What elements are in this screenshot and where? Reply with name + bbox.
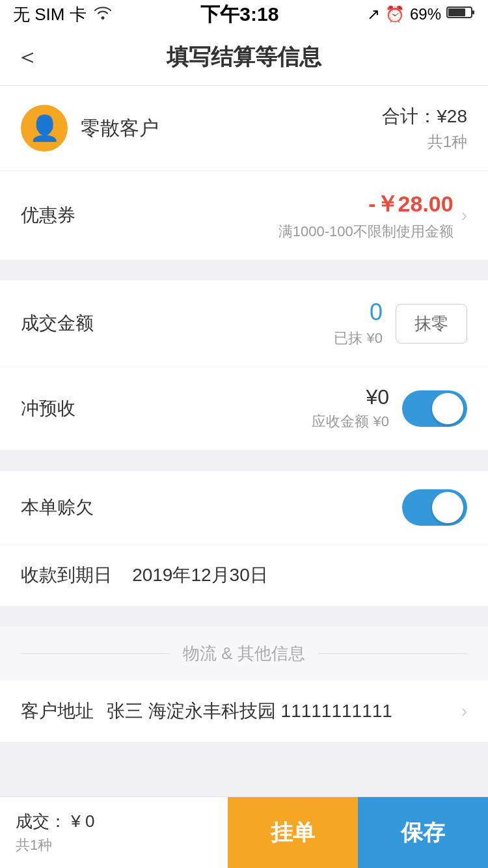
bottom-info: 成交： ¥ 0 共1种 [0, 797, 228, 868]
divider-3 [0, 616, 488, 627]
prepay-right: ¥0 应收金额 ¥0 [312, 385, 467, 431]
deal-amount-value: 0 [334, 299, 383, 326]
location-icon: ↗ [367, 5, 380, 23]
hang-button[interactable]: 挂单 [228, 797, 358, 868]
prepay-toggle[interactable] [402, 390, 467, 427]
status-right: ↗ ⏰ 69% [367, 5, 475, 23]
bottom-deal-amount: 成交： ¥ 0 [16, 810, 212, 833]
battery-text: 69% [410, 5, 441, 23]
divider-2 [0, 461, 488, 471]
bottom-bar: 成交： ¥ 0 共1种 挂单 保存 [0, 796, 488, 868]
back-button[interactable]: ＜ [16, 41, 39, 73]
customer-count: 共1种 [382, 131, 467, 152]
prepay-label: 冲预收 [21, 396, 75, 421]
wifi-icon [93, 5, 113, 25]
coupon-right: -￥28.00 满1000-100不限制使用金额 › [278, 189, 467, 241]
customer-total: 合计：¥28 [382, 104, 467, 129]
deal-amount-row: 成交金额 0 已抹 ¥0 抹零 [0, 280, 488, 367]
customer-row: 👤 零散客户 合计：¥28 共1种 [0, 86, 488, 170]
debt-label: 本单赊欠 [21, 495, 94, 520]
prepay-col: ¥0 应收金额 ¥0 [312, 385, 389, 431]
coupon-desc: 满1000-100不限制使用金额 [278, 222, 454, 241]
due-date-prefix: 收款到期日 [21, 565, 112, 585]
debt-toggle[interactable] [402, 489, 467, 526]
status-time: 下午3:18 [200, 1, 278, 28]
logistics-line-left [21, 653, 170, 654]
coupon-row[interactable]: 优惠券 -￥28.00 满1000-100不限制使用金额 › [0, 170, 488, 260]
toggle-knob [432, 393, 463, 424]
bottom-deal-label: 成交： [16, 811, 66, 831]
due-date-value: 2019年12月30日 [132, 565, 268, 585]
nav-bar: ＜ 填写结算等信息 [0, 29, 488, 86]
due-date-spacer [117, 565, 128, 585]
logistics-line-right [318, 653, 467, 654]
customer-left: 👤 零散客户 [21, 105, 159, 152]
customer-name: 零散客户 [81, 115, 159, 142]
avatar: 👤 [21, 105, 68, 152]
svg-rect-2 [472, 10, 474, 14]
deal-amount-sub: 已抹 ¥0 [334, 329, 383, 348]
address-row[interactable]: 客户地址 张三 海淀永丰科技园 11111111111 › [0, 681, 488, 742]
due-date-row: 收款到期日 2019年12月30日 [0, 544, 488, 606]
avatar-icon: 👤 [29, 114, 60, 142]
round-button[interactable]: 抹零 [396, 304, 467, 344]
debt-section: 本单赊欠 收款到期日 2019年12月30日 [0, 471, 488, 606]
debt-toggle-row: 本单赊欠 [0, 471, 488, 544]
address-section: 客户地址 张三 海淀永丰科技园 11111111111 › [0, 681, 488, 742]
prepay-amount: ¥0 [312, 385, 389, 409]
logistics-header: 物流 & 其他信息 [0, 627, 488, 681]
save-button[interactable]: 保存 [358, 797, 488, 868]
coupon-info: -￥28.00 满1000-100不限制使用金额 [278, 189, 454, 241]
bottom-count: 共1种 [16, 835, 212, 855]
address-label: 客户地址 [21, 699, 94, 724]
address-chevron: › [461, 701, 467, 722]
due-date-label: 收款到期日 2019年12月30日 [21, 565, 268, 585]
coupon-chevron: › [461, 205, 467, 226]
customer-section: 👤 零散客户 合计：¥28 共1种 优惠券 -￥28.00 满1000-100不… [0, 86, 488, 260]
logistics-label: 物流 & 其他信息 [170, 642, 318, 665]
prepay-sub: 应收金额 ¥0 [312, 412, 389, 431]
battery-icon [446, 5, 475, 23]
customer-right: 合计：¥28 共1种 [382, 104, 467, 152]
deal-section: 成交金额 0 已抹 ¥0 抹零 冲预收 ¥0 应收金额 ¥0 [0, 280, 488, 450]
deal-amount-col: 0 已抹 ¥0 [334, 299, 383, 348]
status-bar: 无 SIM 卡 下午3:18 ↗ ⏰ 69% [0, 0, 488, 29]
coupon-amount: -￥28.00 [278, 189, 454, 219]
prepay-row: 冲预收 ¥0 应收金额 ¥0 [0, 367, 488, 450]
bottom-deal-value: ¥ 0 [71, 811, 94, 831]
back-icon: ＜ [16, 43, 39, 70]
address-value: 张三 海淀永丰科技园 11111111111 [107, 699, 461, 724]
deal-amount-label: 成交金额 [21, 311, 94, 336]
status-left: 无 SIM 卡 [13, 3, 113, 26]
no-sim-text: 无 SIM 卡 [13, 3, 87, 26]
deal-amount-right: 0 已抹 ¥0 抹零 [334, 299, 467, 348]
alarm-icon: ⏰ [385, 5, 405, 23]
svg-rect-1 [448, 8, 465, 16]
divider-1 [0, 270, 488, 280]
page-title: 填写结算等信息 [167, 42, 321, 72]
debt-toggle-knob [432, 492, 463, 523]
coupon-label: 优惠券 [21, 203, 75, 228]
